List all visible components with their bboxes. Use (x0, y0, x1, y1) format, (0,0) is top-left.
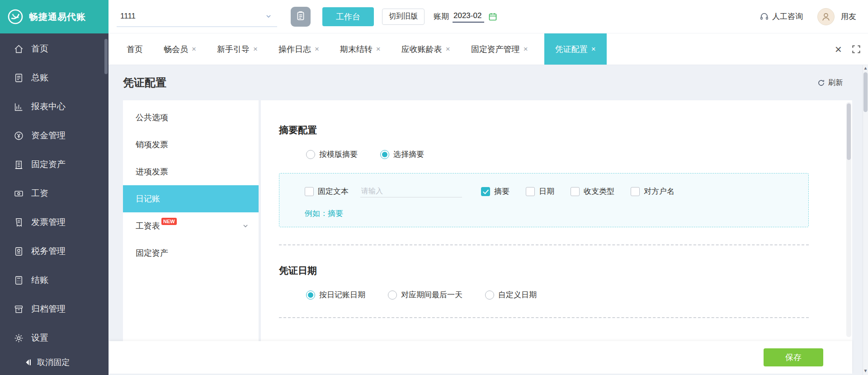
tab-home[interactable]: 首页 (122, 33, 147, 65)
tab-close-icon[interactable]: × (446, 45, 450, 53)
brand-logo[interactable]: 畅捷通易代账 (0, 0, 108, 33)
tab-close-icon[interactable]: × (524, 45, 528, 53)
chevron-down-icon (264, 12, 273, 20)
close-all-icon[interactable]: × (835, 43, 842, 55)
scroll-up-arrow[interactable]: ▲ (863, 65, 868, 71)
config-item-common-options[interactable]: 公共选项 (123, 104, 259, 131)
sidebar-unpin-button[interactable]: 取消固定 (0, 352, 108, 372)
scroll-down-arrow[interactable]: ▼ (863, 368, 868, 374)
sidebar-scrollbar-thumb[interactable] (104, 39, 108, 74)
tab-operation-log[interactable]: 操作日志 × (274, 33, 324, 65)
switch-old-version-button[interactable]: 切到旧版 (382, 9, 425, 25)
config-item-sales-invoice[interactable]: 销项发票 (123, 131, 259, 158)
tab-label: 新手引导 (217, 44, 250, 55)
sidebar-item-archive-management[interactable]: 归档管理 (0, 295, 108, 323)
refresh-button[interactable]: 刷新 (817, 78, 843, 88)
config-item-label: 工资表 (136, 220, 160, 231)
tab-member[interactable]: 畅会员 × (159, 33, 201, 65)
period-value[interactable]: 2023-02 (453, 10, 484, 23)
support-button[interactable]: 人工咨询 (760, 11, 803, 22)
salary-icon (14, 188, 24, 199)
tab-beginner-guide[interactable]: 新手引导 × (212, 33, 262, 65)
checkbox-counterparty-name[interactable]: 对方户名 (631, 186, 675, 197)
chevron-down-icon[interactable] (241, 222, 250, 230)
save-button[interactable]: 保存 (764, 348, 823, 366)
tab-period-end-carryover[interactable]: 期末结转 × (335, 33, 385, 65)
checkbox-icon (631, 187, 640, 196)
tab-label: 期末结转 (340, 44, 373, 55)
window-scrollbar-thumb[interactable] (863, 72, 868, 112)
sidebar-item-fund-management[interactable]: 资金管理 (0, 121, 108, 150)
tab-voucher-config[interactable]: 凭证配置 × (544, 33, 607, 65)
summary-options-box: 固定文本 摘要 日期 (279, 173, 809, 227)
config-menu: 公共选项 销项发票 进项发票 日记账 工资表 NEW 固 (123, 100, 259, 341)
tab-close-icon[interactable]: × (253, 45, 258, 53)
radio-period-last-day[interactable]: 对应期间最后一天 (388, 290, 462, 300)
company-select[interactable]: 1111 (117, 6, 277, 27)
checkbox-date[interactable]: 日期 (526, 186, 554, 197)
tab-label: 操作日志 (278, 44, 311, 55)
sidebar-item-label: 结账 (31, 274, 48, 286)
sidebar-item-label: 发票管理 (31, 216, 66, 228)
new-badge: NEW (161, 218, 177, 225)
panel-scrollbar[interactable] (846, 102, 851, 337)
config-item-journal[interactable]: 日记账 (123, 185, 259, 212)
window-scrollbar[interactable]: ▲ ▼ (863, 65, 868, 375)
dashed-divider (279, 317, 809, 318)
sidebar-item-tax-management[interactable]: 税务管理 (0, 237, 108, 266)
user-menu[interactable]: 用友 (841, 11, 856, 22)
panel-scrollbar-thumb[interactable] (847, 103, 851, 160)
summary-radio-group: 按模版摘要 选择摘要 (306, 149, 809, 159)
unpin-icon (24, 358, 33, 367)
calendar-icon[interactable] (488, 12, 498, 22)
tab-close-icon[interactable]: × (376, 45, 381, 53)
page-header: 凭证配置 刷新 (108, 65, 863, 100)
voucher-config-panel: 摘要配置 按模版摘要 选择摘要 固定文本 (261, 100, 852, 341)
sidebar-item-home[interactable]: 首页 (0, 34, 108, 63)
tab-label: 首页 (127, 44, 143, 55)
dashed-divider (279, 244, 809, 245)
config-item-label: 进项发票 (136, 166, 168, 177)
avatar[interactable] (817, 8, 835, 25)
sidebar-item-closing[interactable]: 结账 (0, 266, 108, 295)
summary-config-title: 摘要配置 (279, 124, 809, 136)
tab-receivable-aging[interactable]: 应收账龄表 × (397, 33, 455, 65)
accounting-period: 账期 2023-02 (434, 10, 498, 23)
checkbox-summary[interactable]: 摘要 (481, 186, 509, 197)
radio-template-summary[interactable]: 按模版摘要 (306, 149, 358, 159)
sidebar-item-label: 归档管理 (31, 303, 66, 315)
company-select-value: 1111 (120, 12, 136, 21)
fund-icon (14, 131, 24, 141)
config-item-purchase-invoice[interactable]: 进项发票 (123, 158, 259, 185)
config-item-fixed-assets[interactable]: 固定资产 (123, 239, 259, 267)
sidebar-item-salary[interactable]: 工资 (0, 179, 108, 208)
brand-name: 畅捷通易代账 (29, 11, 86, 23)
radio-journal-date[interactable]: 按日记账日期 (306, 290, 365, 300)
clipboard-badge-button[interactable] (291, 7, 311, 27)
closing-icon (14, 275, 24, 286)
tab-fixed-asset-management[interactable]: 固定资产管理 × (467, 33, 533, 65)
workbench-button[interactable]: 工作台 (322, 7, 374, 26)
checkbox-icon (481, 187, 490, 196)
radio-custom-date[interactable]: 自定义日期 (485, 290, 537, 300)
sidebar-item-report-center[interactable]: 报表中心 (0, 92, 108, 121)
topbar-right-group: 人工咨询 用友 (760, 8, 856, 25)
tab-close-icon[interactable]: × (192, 45, 196, 53)
panels: 公共选项 销项发票 进项发票 日记账 工资表 NEW 固 (123, 100, 852, 341)
checkbox-income-expense-type[interactable]: 收支类型 (571, 186, 614, 197)
fixed-text-input[interactable] (360, 185, 462, 197)
sidebar-item-invoice-management[interactable]: 发票管理 (0, 208, 108, 237)
fullscreen-icon[interactable] (851, 44, 862, 55)
sidebar-item-general-ledger[interactable]: 总账 (0, 63, 108, 92)
sidebar-item-settings[interactable]: 设置 (0, 323, 108, 352)
tab-close-icon[interactable]: × (591, 45, 596, 53)
sidebar-item-label: 报表中心 (31, 101, 66, 112)
radio-select-summary[interactable]: 选择摘要 (380, 149, 424, 159)
config-item-label: 销项发票 (136, 139, 168, 150)
sidebar-item-fixed-assets[interactable]: 固定资产 (0, 150, 108, 179)
refresh-icon (817, 79, 826, 87)
sidebar-item-label: 固定资产 (31, 159, 66, 170)
tab-close-icon[interactable]: × (315, 45, 319, 53)
config-item-salary-sheet[interactable]: 工资表 NEW (123, 212, 259, 239)
checkbox-fixed-text[interactable]: 固定文本 (305, 186, 349, 197)
